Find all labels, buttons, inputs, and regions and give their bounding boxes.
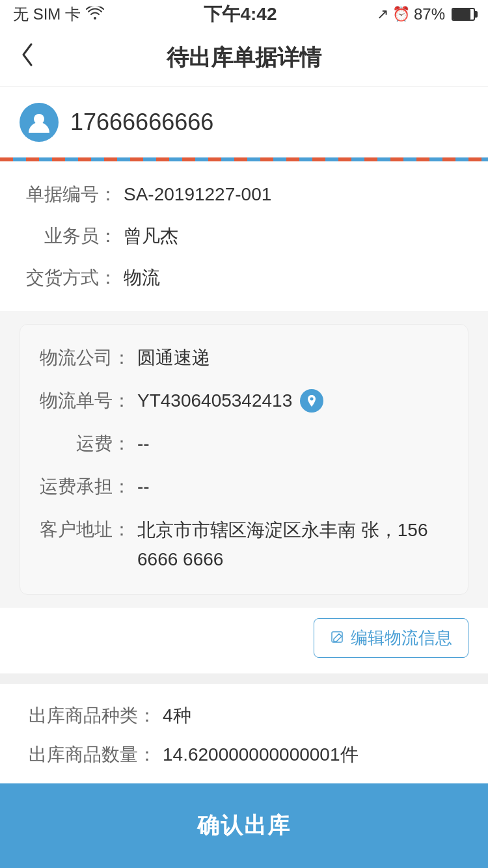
page-title: 待出库单据详情 [167, 43, 321, 73]
carrier-text: 无 SIM 卡 [13, 4, 81, 25]
back-button[interactable] [20, 42, 35, 74]
order-number-label: 单据编号： [26, 181, 117, 208]
sales-person-row: 业务员： 曾凡杰 [26, 223, 462, 250]
sales-person-value: 曾凡杰 [124, 223, 462, 250]
confirm-outbound-button[interactable]: 确认出库 [0, 796, 488, 855]
freight-row: 运费： -- [40, 430, 448, 457]
address-row: 客户地址： 北京市市辖区海淀区永丰南 张，156 6666 6666 [40, 516, 448, 575]
avatar [20, 103, 59, 142]
nav-bar: 待出库单据详情 [0, 29, 488, 87]
edit-logistics-container: 编辑物流信息 [0, 608, 488, 673]
logistics-card: 物流公司： 圆通速递 物流单号： YT43064053424​13 运费： --… [20, 324, 468, 595]
freight-value: -- [137, 430, 448, 457]
order-number-row: 单据编号： SA-20191227-001 [26, 181, 462, 208]
phone-number: 17666666666 [70, 109, 213, 136]
sales-person-label: 业务员： [26, 223, 117, 250]
product-quantity-row: 出库商品数量： 14.620000000000001件 [26, 742, 462, 767]
track-location-button[interactable] [300, 389, 323, 413]
battery-text: 87% [414, 5, 445, 23]
freight-bearer-label: 运费承担： [40, 473, 131, 500]
freight-bearer-value: -- [137, 473, 448, 500]
edit-icon [330, 630, 346, 645]
status-left: 无 SIM 卡 [13, 4, 104, 25]
customer-phone-row: 17666666666 [0, 87, 488, 157]
logistics-company-value: 圆通速递 [137, 344, 448, 372]
tracking-number-row: 物流单号： YT43064053424​13 [40, 387, 448, 414]
order-number-value: SA-20191227-001 [124, 181, 462, 208]
battery-icon [452, 8, 475, 21]
product-quantity-label: 出库商品数量： [26, 742, 156, 767]
address-label: 客户地址： [40, 516, 131, 543]
delivery-method-value: 物流 [124, 264, 462, 292]
logistics-company-label: 物流公司： [40, 344, 131, 372]
products-section: 出库商品种类： 4种 出库商品数量： 14.620000000000001件 [0, 684, 488, 787]
status-bar: 无 SIM 卡 下午4:42 ↗ ⏰ 87% [0, 0, 488, 29]
edit-logistics-label: 编辑物流信息 [351, 627, 452, 649]
freight-bearer-row: 运费承担： -- [40, 473, 448, 500]
status-right: ↗ ⏰ 87% [377, 5, 475, 23]
svg-point-1 [310, 398, 314, 401]
section-divider [0, 673, 488, 684]
product-type-label: 出库商品种类： [26, 703, 156, 728]
delivery-method-row: 交货方式： 物流 [26, 264, 462, 292]
time-text: 下午4:42 [204, 2, 277, 27]
alarm-icon: ⏰ [392, 6, 410, 23]
freight-label: 运费： [40, 430, 131, 457]
logistics-company-row: 物流公司： 圆通速递 [40, 344, 448, 372]
address-value: 北京市市辖区海淀区永丰南 张，156 6666 6666 [137, 516, 448, 575]
product-type-value: 4种 [163, 703, 191, 728]
product-type-row: 出库商品种类： 4种 [26, 703, 462, 728]
order-info-section: 单据编号： SA-20191227-001 业务员： 曾凡杰 交货方式： 物流 [0, 161, 488, 311]
wifi-icon [86, 5, 104, 23]
product-quantity-value: 14.620000000000001件 [163, 742, 359, 767]
delivery-method-label: 交货方式： [26, 264, 117, 292]
tracking-number-value: YT43064053424​13 [137, 387, 448, 414]
edit-logistics-button[interactable]: 编辑物流信息 [314, 618, 468, 658]
confirm-btn-container: 确认出库 [0, 783, 488, 868]
location-icon: ↗ [377, 6, 388, 23]
tracking-number-label: 物流单号： [40, 387, 131, 414]
